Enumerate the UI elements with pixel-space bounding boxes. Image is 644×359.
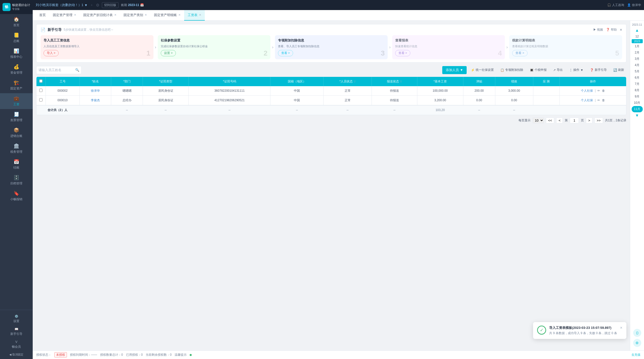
sidebar-item-inventory[interactable]: 📦 进销台账 — [0, 125, 33, 141]
cal-month-9[interactable]: 9月 — [632, 93, 643, 100]
wizard-step-5: 税款计算明细表 查看税款计算过程及明细数据 查看 > 5 — [509, 35, 622, 59]
status-filter-icon[interactable]: ▽ — [354, 80, 356, 83]
sidebar-item-close[interactable]: 📅 结账 — [0, 157, 33, 172]
row-2-checkbox[interactable] — [39, 98, 43, 101]
switch-version-button[interactable]: 切到旧版 — [102, 2, 118, 8]
panel-icon-2[interactable]: ⚙ — [633, 339, 641, 347]
sidebar-item-reports[interactable]: 📊 报表中心 — [0, 46, 33, 62]
cal-month-11[interactable]: 11月 — [632, 106, 643, 112]
sidebar-item-tax[interactable]: 🏛️ 税务管理 — [0, 141, 33, 157]
operation-btn[interactable]: ⋮ 操作 ▼ — [567, 67, 586, 73]
select-all-checkbox[interactable] — [39, 79, 43, 83]
calendar-icon[interactable]: 📅 — [140, 3, 144, 7]
wizard-step-3-btn[interactable]: 查看 > — [278, 50, 293, 56]
account-selector[interactable]: 刘小艳演示账套（勿删勿动！）1 ▼ — [36, 3, 88, 7]
cal-up-arrow[interactable]: ▲ — [634, 27, 640, 34]
wizard-close-btn[interactable]: × — [620, 28, 622, 32]
help-icon: ❓ — [606, 28, 610, 31]
app-subtitle: 专业版 — [12, 7, 30, 11]
notification-close-btn[interactable]: × — [620, 326, 622, 330]
expense-icon: 🔖 — [14, 191, 19, 196]
sidebar-item-archive[interactable]: 🗄️ 归档管理 — [0, 172, 33, 188]
cal-month-8[interactable]: 8月 — [632, 87, 643, 93]
sidebar-item-settings[interactable]: ⚙️ 设置 — [3, 313, 30, 325]
deduction-btn[interactable]: 📋 专项附加扣除 — [498, 67, 526, 73]
cal-month-12[interactable]: 12 — [632, 34, 643, 39]
row-1-delete-icon[interactable]: 🗑 — [602, 89, 605, 92]
sidebar-item-expense[interactable]: 🔖 小畅报销 — [0, 188, 33, 204]
row-1-edit-icon[interactable]: ✏ — [597, 89, 600, 92]
user-profile-btn[interactable]: 👤 徐泽华 — [627, 3, 641, 7]
ai-consult-btn[interactable]: 🎧 人工咨询 — [607, 3, 624, 7]
sidebar-item-funds[interactable]: 💰 资金管理 — [0, 62, 33, 77]
sidebar-item-invoices[interactable]: 🧾 发票管理 — [0, 109, 33, 125]
wizard-step-3: 专项附加扣除信息 查看、导入员工专项附加扣除信息 查看 > 3 — [275, 35, 388, 59]
panel-icon-1[interactable]: ⟨⟩ — [633, 329, 641, 337]
wizard-step-1-btn[interactable]: 导入 > — [44, 50, 59, 56]
total-label: 合计共（2）人 — [46, 105, 111, 115]
wizard-step-4-btn[interactable]: 查看 > — [395, 50, 410, 56]
report-filter-icon[interactable]: ▽ — [400, 80, 402, 83]
wizard-video-btn[interactable]: ▶ 视频 — [593, 28, 603, 32]
cal-month-5[interactable]: 5月 — [632, 68, 643, 75]
row-2-name-link[interactable]: 李俊杰 — [91, 98, 100, 102]
row-2-edit-icon[interactable]: ✏ — [597, 98, 600, 102]
cal-month-1[interactable]: 1月 — [632, 43, 643, 49]
last-page-btn[interactable]: >> — [594, 118, 603, 123]
tab-close-depreciation[interactable]: ✕ — [114, 13, 116, 17]
cal-month-4[interactable]: 4月 — [632, 62, 643, 68]
cal-month-6[interactable]: 6月 — [632, 75, 643, 81]
row-1-checkbox[interactable] — [39, 89, 43, 92]
tab-payroll[interactable]: 工资表 ✕ — [184, 10, 205, 21]
wizard-step-2-btn[interactable]: 设置 > — [161, 50, 176, 56]
sidebar-item-fixed-assets[interactable]: 🏗️ 固定资产 — [0, 77, 33, 93]
tab-depreciation[interactable]: 固定资产折旧统计表 ✕ — [80, 10, 120, 21]
tab-home[interactable]: 首页 — [36, 10, 49, 21]
sidebar-item-guide[interactable]: 📖 新手引导 — [3, 325, 30, 338]
tab-close-fixed-assets[interactable]: ✕ — [74, 13, 76, 17]
row-checkbox — [36, 86, 46, 96]
tab-asset-detail[interactable]: 固定资产明细账 ✕ — [150, 10, 184, 21]
prev-page-btn[interactable]: < — [556, 118, 563, 123]
sidebar-item-home[interactable]: 🏠 首页 — [0, 14, 33, 30]
tab-close-asset-category[interactable]: ✕ — [145, 13, 147, 17]
wizard-step-5-btn[interactable]: 查看 > — [512, 50, 527, 56]
search-icon[interactable]: 🔍 — [75, 68, 79, 72]
row-2-delete-icon[interactable]: 🗑 — [602, 98, 605, 102]
page-number-input[interactable] — [570, 118, 579, 123]
wizard-guide-btn[interactable]: ❓ 新手引导 — [588, 67, 609, 73]
settings-gear-icon[interactable]: ⚙ — [96, 3, 99, 8]
social-insurance-btn[interactable]: ⚡ 统一社保设置 — [469, 67, 496, 73]
collapse-btn[interactable]: ◀ 取消固定 — [3, 352, 30, 356]
tab-asset-category[interactable]: 固定资产类别 ✕ — [120, 10, 150, 21]
tax-report-btn[interactable]: 🔳 个税申报 — [528, 67, 549, 73]
cal-down-arrow[interactable]: ▼ — [634, 112, 640, 119]
next-page-btn[interactable]: > — [586, 118, 592, 123]
table-footer-row: 合计共（2）人 -- -- -- -- -- -- 103,20 -- -- — [36, 105, 626, 115]
cal-month-2[interactable]: 2月 — [632, 49, 643, 56]
first-page-btn[interactable]: << — [546, 118, 554, 123]
sidebar-item-ledger[interactable]: 📒 总账 — [0, 30, 33, 46]
tab-fixed-assets[interactable]: 固定资产管理 ✕ — [49, 10, 80, 21]
sidebar-item-member[interactable]: V 畅会员 — [3, 338, 30, 351]
refresh-btn[interactable]: 🔄 刷新 — [611, 67, 626, 73]
per-page-select[interactable]: 10 20 50 — [533, 118, 544, 123]
tab-close-payroll[interactable]: ✕ — [199, 13, 201, 17]
row-1-emp-id: 000002 — [46, 86, 79, 96]
cal-month-7[interactable]: 7月 — [632, 81, 643, 87]
search-input[interactable] — [38, 68, 74, 72]
sidebar-nav: 🏠 首页 📒 总账 📊 报表中心 💰 资金管理 🏗️ 固定资产 💼 工资 🧾 发… — [0, 14, 33, 310]
row-1-name-link[interactable]: 徐泽华 — [91, 89, 100, 92]
export-btn[interactable]: ↗ 导出 — [551, 67, 565, 73]
row-1-performance: 3,000.00 — [495, 86, 533, 96]
cal-month-10[interactable]: 10月 — [632, 100, 643, 106]
toolbar: 🔍 添加人员 ▼ ⚡ 统一社保设置 📋 专项附加扣除 🔳 个税申报 — [36, 66, 626, 74]
tab-close-asset-detail[interactable]: ✕ — [178, 13, 181, 17]
cal-month-3[interactable]: 3月 — [632, 56, 643, 62]
activate-link[interactable]: 去充值 — [631, 353, 640, 357]
add-account-icon[interactable]: ＋ — [90, 3, 93, 7]
wizard-help-btn[interactable]: ❓ 帮助 — [606, 28, 617, 32]
tax-icon: 🏛️ — [14, 143, 19, 149]
sidebar-item-payroll[interactable]: 💼 工资 — [0, 93, 33, 109]
add-employee-button[interactable]: 添加人员 ▼ — [442, 66, 467, 74]
